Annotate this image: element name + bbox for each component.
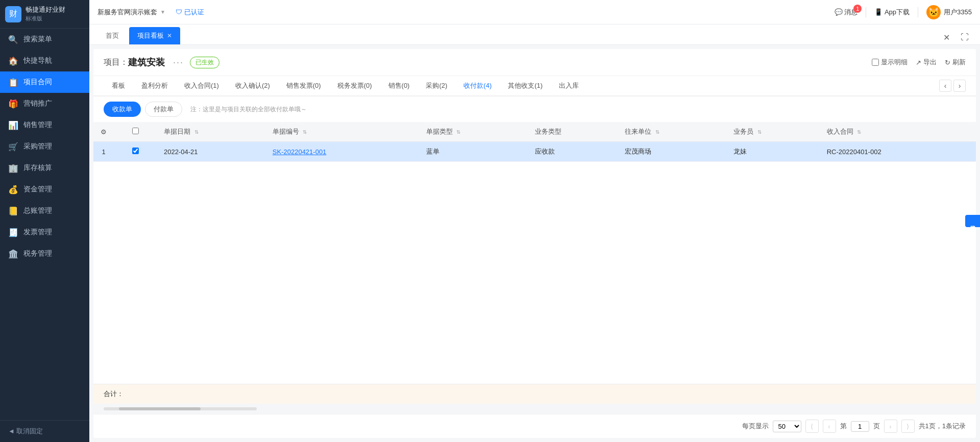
sidebar-item-finance[interactable]: 💰 资金管理: [0, 179, 89, 200]
project-header: 项目： 建筑安装 ··· 已生效 显示明细 ↗ 导出 ↻ 刷新: [93, 49, 976, 76]
select-all-checkbox[interactable]: [132, 128, 139, 134]
number-column-header[interactable]: 单据编号 ⇅: [266, 122, 420, 142]
sub-tab-payment[interactable]: 付款单: [145, 102, 182, 117]
inner-tabs-nav: ‹ ›: [939, 80, 966, 92]
project-status-badge: 已生效: [190, 57, 219, 68]
account-name: 新服务官网演示账套: [97, 8, 157, 17]
settings-column-header[interactable]: ⚙: [93, 122, 114, 142]
messages-button[interactable]: 💬 消息 1: [835, 8, 858, 17]
current-page-label: 第: [840, 422, 847, 431]
feedback-button[interactable]: 意见反馈: [965, 215, 980, 227]
sidebar-item-ledger[interactable]: 📒 总账管理: [0, 200, 89, 222]
app-download-button[interactable]: 📱 App下载: [874, 8, 910, 17]
sidebar-item-search[interactable]: 🔍 搜索菜单: [0, 29, 89, 50]
close-window-button[interactable]: ✕: [939, 30, 953, 44]
inner-tabs-next-button[interactable]: ›: [953, 80, 966, 92]
tab-close-icon[interactable]: ✕: [167, 32, 172, 39]
last-page-button[interactable]: ⟩: [901, 420, 915, 433]
salesman-column-header[interactable]: 业务员 ⇅: [727, 122, 821, 142]
user-menu[interactable]: 🐱 用户3355: [926, 5, 972, 19]
sidebar-item-label-sales: 销售管理: [23, 120, 52, 130]
inner-tab-tax-invoice[interactable]: 税务发票(0): [329, 76, 380, 96]
row-type: 蓝单: [420, 142, 529, 162]
sidebar-item-label-finance: 资金管理: [23, 185, 52, 194]
topbar-left: 新服务官网演示账套 ▼ 🛡 已认证: [97, 8, 835, 17]
divider: [866, 7, 866, 17]
sidebar-nav: 🔍 搜索菜单 🏠 快捷导航 📋 项目合同 🎁 营销推广 📊 销售管理 🛒 采购管…: [0, 29, 89, 420]
income-contract-column-header[interactable]: 收入合同 ⇅: [821, 122, 976, 142]
row-checkbox[interactable]: [132, 148, 139, 154]
sidebar-item-label-search: 搜索菜单: [23, 35, 52, 44]
tab-project-board-label: 项目看板: [137, 31, 164, 40]
page-size-select[interactable]: 50 100 200: [773, 421, 801, 432]
project-more-button[interactable]: ···: [173, 57, 184, 68]
sidebar-item-label-marketing: 营销推广: [23, 99, 52, 108]
tab-home[interactable]: 首页: [97, 27, 127, 44]
inner-tab-purchase[interactable]: 采购(2): [418, 76, 455, 96]
show-detail-option[interactable]: 显示明细: [872, 58, 908, 67]
type-column-header[interactable]: 单据类型 ⇅: [420, 122, 529, 142]
date-column-header[interactable]: 单据日期 ⇅: [158, 122, 266, 142]
tabbar: 首页 项目看板 ✕ ✕ ⛶: [89, 24, 980, 45]
show-detail-label: 显示明细: [881, 58, 908, 67]
row-income-contract: RC-20220401-002: [821, 142, 976, 162]
inner-tabs-prev-button[interactable]: ‹: [939, 80, 951, 92]
account-selector[interactable]: 新服务官网演示账套 ▼: [97, 8, 176, 17]
row-salesman: 龙妹: [727, 142, 821, 162]
page-number-input[interactable]: [851, 421, 869, 432]
prev-page-button[interactable]: ‹: [823, 420, 836, 433]
show-detail-checkbox[interactable]: [872, 59, 879, 66]
sales-icon: 📊: [8, 120, 18, 130]
tab-project-board[interactable]: 项目看板 ✕: [129, 27, 180, 44]
export-button[interactable]: ↗ 导出: [916, 58, 937, 67]
next-page-button[interactable]: ›: [884, 420, 897, 433]
sub-tab-receipt-label: 收款单: [112, 105, 132, 113]
date-sort-icon: ⇅: [194, 129, 199, 135]
inner-tab-kanban[interactable]: 看板: [104, 76, 133, 96]
row-number[interactable]: SK-20220421-001: [266, 142, 420, 162]
inner-tab-income-confirm[interactable]: 收入确认(2): [227, 76, 278, 96]
inner-tab-sales-invoice[interactable]: 销售发票(0): [278, 76, 329, 96]
message-icon: 💬: [835, 8, 843, 16]
inner-tab-profit[interactable]: 盈利分析: [133, 76, 176, 96]
row-number-link[interactable]: SK-20220421-001: [273, 148, 327, 156]
home-icon: 🏠: [8, 56, 18, 66]
divider2: [918, 7, 918, 17]
horizontal-scrollbar-track[interactable]: [104, 407, 257, 410]
inner-tabs: 看板 盈利分析 收入合同(1) 收入确认(2) 销售发票(0) 税务发票(0) …: [93, 76, 976, 96]
sidebar-item-inventory[interactable]: 🏢 库存核算: [0, 157, 89, 179]
inner-tab-sales[interactable]: 销售(0): [380, 76, 418, 96]
partner-column-header[interactable]: 往来单位 ⇅: [619, 122, 727, 142]
inner-tab-inout[interactable]: 出入库: [551, 76, 587, 96]
sub-tabs: 收款单 付款单 注：这里是与项目关联的全部收付款单哦～: [93, 96, 976, 122]
sidebar-item-invoice[interactable]: 🧾 发票管理: [0, 222, 89, 243]
sidebar-unpin-button[interactable]: ◄ 取消固定: [0, 420, 89, 442]
project-actions: 显示明细 ↗ 导出 ↻ 刷新: [872, 58, 966, 67]
salesman-sort-icon: ⇅: [757, 129, 762, 135]
scrollbar-area: [93, 404, 976, 414]
type-sort-icon: ⇅: [456, 129, 460, 135]
sidebar-item-sales[interactable]: 📊 销售管理: [0, 114, 89, 136]
sidebar-item-shortcut[interactable]: 🏠 快捷导航: [0, 50, 89, 71]
sidebar-item-purchase[interactable]: 🛒 采购管理: [0, 136, 89, 157]
inner-tab-income-contract[interactable]: 收入合同(1): [176, 76, 227, 96]
row-checkbox-cell[interactable]: [114, 142, 158, 162]
shield-icon: 🛡: [176, 8, 182, 16]
tax-icon: 🏛️: [8, 249, 18, 259]
horizontal-scrollbar-thumb[interactable]: [119, 407, 201, 410]
maximize-window-button[interactable]: ⛶: [958, 30, 972, 44]
verified-text: 已认证: [184, 8, 204, 17]
table-header-row: ⚙ 单据日期 ⇅ 单据编号 ⇅ 单据类型: [93, 122, 976, 142]
inner-tab-payment[interactable]: 收付款(4): [455, 76, 500, 96]
first-page-button[interactable]: ⟨: [805, 420, 819, 433]
table-row[interactable]: 1 2022-04-21 SK-20220421-001 蓝单 应收款 宏茂商场…: [93, 142, 976, 162]
topbar: 新服务官网演示账套 ▼ 🛡 已认证 💬 消息 1 📱 App下载: [89, 0, 980, 24]
sidebar-item-contract[interactable]: 📋 项目合同: [0, 71, 89, 93]
project-title: 建筑安装: [128, 56, 165, 68]
sidebar-item-marketing[interactable]: 🎁 营销推广: [0, 93, 89, 114]
sub-tab-receipt[interactable]: 收款单: [104, 102, 141, 117]
gift-icon: 🎁: [8, 99, 18, 109]
inner-tab-other-expense[interactable]: 其他收支(1): [500, 76, 551, 96]
refresh-button[interactable]: ↻ 刷新: [945, 58, 966, 67]
sidebar-item-tax[interactable]: 🏛️ 税务管理: [0, 243, 89, 264]
